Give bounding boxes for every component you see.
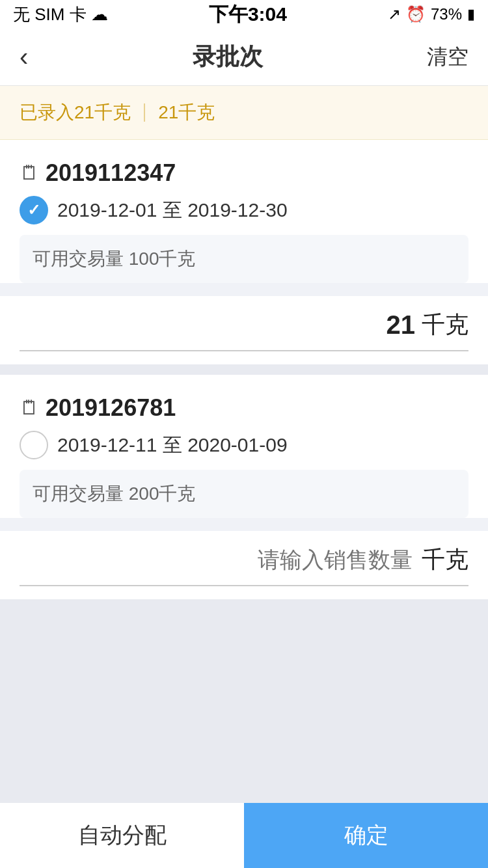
section-separator-1: [0, 364, 488, 375]
page-title: 录批次: [193, 41, 263, 73]
summary-banner: 已录入21千克 21千克: [0, 86, 488, 140]
batch2-input-section: 千克: [0, 531, 488, 599]
bottom-bar: 自动分配 确定: [0, 803, 488, 868]
batch1-avail-text: 可用交易量 100千克: [33, 249, 196, 269]
batch2-qty-input[interactable]: [217, 547, 413, 573]
batch1-doc-icon: 🗒: [20, 162, 39, 184]
batch1-date: 2019-12-01 至 2019-12-30: [57, 197, 288, 224]
batch2-avail-box: 可用交易量 200千克: [20, 470, 468, 518]
nav-bar: ‹ 录批次 清空: [0, 29, 488, 86]
battery-icon: ▮: [467, 6, 475, 23]
confirm-button[interactable]: 确定: [244, 803, 488, 868]
batch2-input-row: 千克: [0, 531, 488, 576]
battery-text: 73%: [431, 5, 462, 23]
batch1-id: 2019112347: [46, 159, 176, 187]
batch1-header: 🗒 2019112347: [20, 159, 468, 187]
back-button[interactable]: ‹: [20, 42, 28, 72]
batch1-qty-row: 21 千克: [0, 296, 488, 341]
status-bar: 无 SIM 卡 ☁ 下午3:04 ↗ ⏰ 73% ▮: [0, 0, 488, 29]
batch2-date-row: 2019-12-11 至 2020-01-09: [20, 431, 468, 459]
batch1-avail-box: 可用交易量 100千克: [20, 235, 468, 283]
batch2-doc-icon: 🗒: [20, 397, 39, 419]
batch1-date-row: 2019-12-01 至 2019-12-30: [20, 196, 468, 224]
batch-item-1: 🗒 2019112347 2019-12-01 至 2019-12-30 可用交…: [0, 140, 488, 283]
summary-divider: [144, 103, 145, 122]
batch1-qty-divider: [20, 350, 468, 351]
clear-button[interactable]: 清空: [427, 43, 468, 72]
batch2-header: 🗒 2019126781: [20, 394, 468, 422]
batch1-qty-unit: 千克: [422, 309, 468, 341]
batch-item-2: 🗒 2019126781 2019-12-11 至 2020-01-09 可用交…: [0, 375, 488, 518]
batch2-date: 2019-12-11 至 2020-01-09: [57, 432, 288, 459]
alarm-icon: ⏰: [406, 5, 426, 23]
batch1-qty-value: 21: [386, 310, 416, 340]
status-left: 无 SIM 卡 ☁: [13, 3, 108, 26]
batch2-radio[interactable]: [20, 431, 48, 459]
status-time: 下午3:04: [209, 1, 287, 28]
batch2-unit: 千克: [422, 544, 468, 576]
batch1-radio[interactable]: [20, 196, 48, 224]
recorded-label: 已录入21千克: [20, 100, 131, 125]
batch2-avail-text: 可用交易量 200千克: [33, 483, 196, 504]
batch1-qty-section: 21 千克: [0, 296, 488, 364]
batch2-input-divider: [20, 585, 468, 586]
status-right: ↗ ⏰ 73% ▮: [388, 5, 475, 23]
no-sim-text: 无 SIM 卡 ☁: [13, 3, 108, 26]
auto-distribute-button[interactable]: 自动分配: [0, 803, 244, 868]
location-icon: ↗: [388, 5, 401, 23]
batch2-id: 2019126781: [46, 394, 176, 422]
summary-amount: 21千克: [158, 100, 215, 125]
